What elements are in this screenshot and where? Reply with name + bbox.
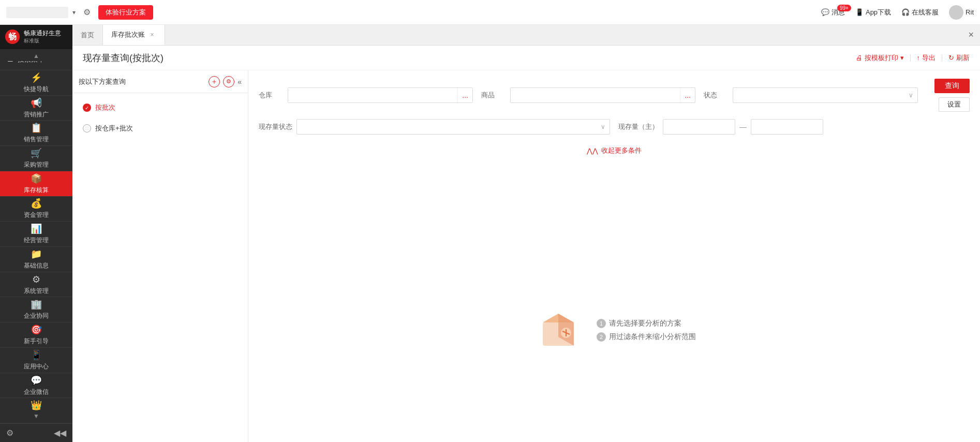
sidebar-settings-icon[interactable]: ⚙ (6, 428, 13, 438)
empty-tip-1: 1 请先选择要分析的方案 (597, 319, 696, 328)
print-btn[interactable]: 🖨 按模板打印 ▾ (856, 53, 904, 63)
sidebar-item-basic[interactable]: 📁 基础信息 (0, 247, 72, 272)
online-service-btn[interactable]: 🎧 在线客服 (901, 8, 939, 17)
topbar-settings-btn[interactable]: ⚙ (80, 5, 94, 20)
tabs-bar: 首页 库存批次账 × × (72, 25, 980, 46)
tab-home[interactable]: 首页 (72, 25, 103, 45)
shortcut-icon: ⚡ (31, 72, 42, 83)
sidebar-scroll-down[interactable]: ▼ (0, 411, 72, 421)
sidebar-item-newbie[interactable]: 🎯 新手引导 (0, 322, 72, 348)
filter-panel: 仓库 ... 商品 ... (248, 70, 980, 249)
empty-tip-2: 2 用过滤条件来缩小分析范围 (597, 332, 696, 342)
add-plan-btn[interactable]: ＋ (209, 76, 220, 87)
app-icon: 📱 (855, 8, 864, 16)
sidebar-item-inventory[interactable]: 📦 库存核算 (0, 171, 72, 197)
experience-btn[interactable]: 体验行业方案 (98, 5, 153, 20)
sidebar-item-system[interactable]: ⚙ 系统管理 (0, 272, 72, 298)
warehouse-combo: ... (288, 87, 473, 103)
user-area[interactable]: Rit (949, 5, 974, 20)
left-panel-header: 按以下方案查询 ＋ ⚙ « (72, 70, 248, 93)
sidebar-item-finance[interactable]: 💰 资金管理 (0, 197, 72, 222)
page-title: 现存量查询(按批次) (83, 52, 164, 64)
enterprise-icon: 🏢 (31, 299, 42, 310)
left-panel: 按以下方案查询 ＋ ⚙ « ✓ 按批次 (72, 70, 248, 442)
filter-area: 按以下方案查询 ＋ ⚙ « ✓ 按批次 (72, 70, 980, 442)
finance-icon: 💰 (31, 198, 42, 209)
brand-text: 畅康通好生意 标准版 (24, 30, 61, 45)
tab-close-btn[interactable]: × (148, 31, 156, 39)
plan-item-warehouse-batch[interactable]: 按仓库+批次 (72, 118, 248, 139)
plan-item-dot: ✓ (83, 104, 91, 112)
settings-plan-btn[interactable]: ⚙ (223, 76, 234, 87)
sidebar-item-marketing[interactable]: 📢 营销推广 (0, 96, 72, 121)
main-layout: 畅 畅康通好生意 标准版 ▲ ☰ 搜索菜单 ⚡ 快捷导航 📢 营销推广 📋 销售… (0, 25, 980, 442)
sidebar-item-label: 基础信息 (24, 261, 49, 270)
export-btn[interactable]: ↑ 导出 (917, 53, 936, 63)
sidebar-item-label: 应用中心 (24, 362, 49, 371)
sidebar-scroll-up[interactable]: ▲ (0, 51, 72, 61)
sidebar-item-operations[interactable]: 📊 经营管理 (0, 222, 72, 247)
filter-group-warehouse: 仓库 ... (259, 87, 473, 103)
content-area: 首页 库存批次账 × × 现存量查询(按批次) 🖨 按模板打印 ▾ (72, 25, 980, 442)
export-icon: ↑ (917, 54, 920, 62)
messages-btn[interactable]: 💬 消息 99+ (821, 8, 845, 17)
sidebar-item-label: 企业微信 (24, 388, 49, 396)
basic-icon: 📁 (31, 248, 42, 260)
collapse-up-icon: ⋀⋀ (587, 147, 598, 155)
app-download-btn[interactable]: 📱 App下载 (855, 8, 891, 17)
sidebar-item-sales[interactable]: 📋 销售管理 (0, 121, 72, 146)
status-dropdown-arrow: ∨ (909, 92, 913, 99)
warehouse-more-btn[interactable]: ... (457, 88, 472, 102)
weixin-icon: 💬 (31, 375, 42, 386)
stock-qty-max-input[interactable] (751, 119, 823, 135)
collapse-more-btn[interactable]: ⋀⋀ 收起更多条件 (259, 144, 970, 157)
sidebar-item-label: 企业协同 (24, 312, 49, 320)
topbar-dropdown-btn[interactable]: ▾ (72, 9, 76, 16)
avatar (949, 5, 963, 20)
refresh-icon: ↻ (948, 54, 954, 62)
divider (910, 54, 911, 62)
tab-panel-close-btn[interactable]: × (968, 30, 980, 40)
query-btn[interactable]: 查询 (934, 79, 970, 93)
app-download-label: App下载 (866, 8, 891, 17)
online-service-label: 在线客服 (912, 8, 939, 17)
sidebar-item-purchase[interactable]: 🛒 采购管理 (0, 146, 72, 171)
filter-group-status: 状态 ∨ (704, 87, 918, 103)
brand-logo: 畅 (5, 30, 20, 44)
product-more-btn[interactable]: ... (680, 88, 695, 102)
sidebar-item-appstore[interactable]: 📱 应用中心 (0, 348, 72, 373)
sidebar-collapse-icon[interactable]: ◀◀ (54, 428, 66, 438)
headset-icon: 🎧 (901, 8, 910, 16)
tip-num-2: 2 (597, 332, 606, 342)
plan-item-batch[interactable]: ✓ 按批次 (72, 97, 248, 118)
filter-row-2: 现存量状态 ∨ 现存量（主） — (259, 119, 970, 135)
member-icon: 👑 (31, 400, 42, 411)
warehouse-input[interactable] (288, 88, 457, 102)
tab-inventory-batch[interactable]: 库存批次账 × (103, 25, 165, 45)
page-header: 现存量查询(按批次) 🖨 按模板打印 ▾ ↑ 导出 ↻ 刷 (72, 46, 980, 70)
brand-name: 畅康通好生意 (24, 30, 61, 38)
sidebar-item-label: 库存核算 (24, 186, 49, 195)
sidebar-item-weixin[interactable]: 💬 企业微信 (0, 373, 72, 399)
refresh-btn[interactable]: ↻ 刷新 (948, 53, 970, 63)
status-select[interactable]: ∨ (733, 87, 918, 103)
product-input[interactable] (511, 88, 680, 102)
collapse-left-btn[interactable]: « (237, 78, 242, 86)
stock-qty-min-input[interactable] (663, 119, 735, 135)
sidebar-item-label: 快捷导航 (24, 85, 49, 94)
username-label: Rit (966, 8, 974, 16)
newbie-icon: 🎯 (31, 324, 42, 335)
sidebar-item-label: 营销推广 (24, 110, 49, 119)
filter-group-product: 商品 ... (481, 87, 695, 103)
sidebar-item-shortcut[interactable]: ⚡ 快捷导航 (0, 70, 72, 96)
sidebar-item-enterprise[interactable]: 🏢 企业协同 (0, 297, 72, 322)
sidebar-bottom: ⚙ ◀◀ (0, 423, 72, 442)
tip-text-1: 请先选择要分析的方案 (609, 319, 681, 328)
stock-status-select[interactable]: ∨ (296, 119, 610, 135)
stock-qty-label: 现存量（主） (618, 122, 659, 131)
tip-text-2: 用过滤条件来缩小分析范围 (609, 332, 696, 342)
sidebar-brand: 畅 畅康通好生意 标准版 (0, 25, 72, 49)
sidebar: 畅 畅康通好生意 标准版 ▲ ☰ 搜索菜单 ⚡ 快捷导航 📢 营销推广 📋 销售… (0, 25, 72, 442)
settings-btn[interactable]: 设置 (939, 97, 970, 112)
topbar-search-input[interactable] (6, 7, 68, 18)
